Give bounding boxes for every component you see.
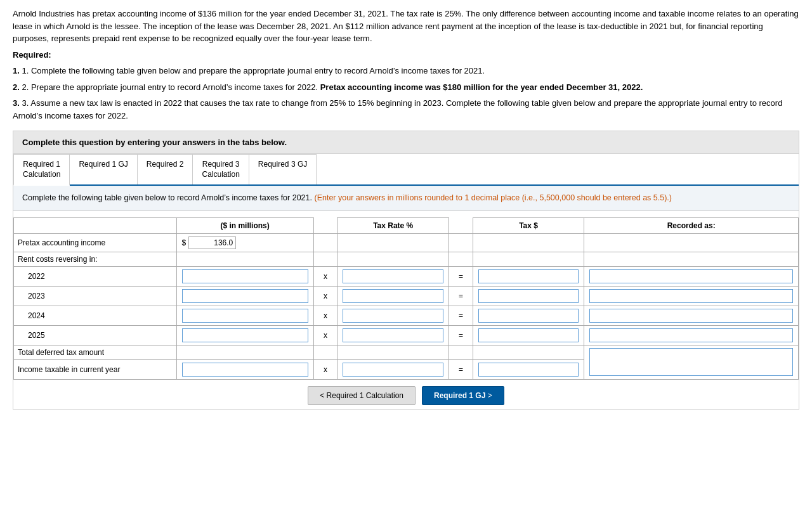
col-header-dollars: ($ in millions) bbox=[176, 217, 313, 233]
operator-x-income: x bbox=[313, 359, 337, 379]
label-2024: 2024 bbox=[14, 306, 177, 325]
label-total-deferred: Total deferred tax amount bbox=[14, 345, 177, 359]
input-2025-taxdollar[interactable] bbox=[478, 328, 579, 342]
input-total-recorded[interactable] bbox=[589, 348, 793, 376]
table-wrapper: ($ in millions) Tax Rate % Tax $ Recorde… bbox=[13, 211, 799, 409]
input-2024-recorded[interactable] bbox=[589, 309, 793, 323]
label-income-taxable: Income taxable in current year bbox=[14, 359, 177, 379]
cell-2023-taxdollar[interactable] bbox=[473, 286, 584, 306]
input-income-amount[interactable] bbox=[182, 363, 308, 377]
cell-2022-recorded[interactable] bbox=[584, 266, 799, 286]
pretax-dollar-display: $ 136.0 bbox=[182, 236, 308, 249]
cell-total-amount bbox=[176, 345, 313, 359]
nav-buttons: < Required 1 Calculation Required 1 GJ > bbox=[13, 380, 799, 409]
pretax-value: 136.0 bbox=[188, 236, 236, 249]
cell-2023-taxrate[interactable] bbox=[337, 286, 449, 306]
prev-button[interactable]: < Required 1 Calculation bbox=[308, 386, 416, 405]
tab-required1-gj[interactable]: Required 1 GJ bbox=[70, 154, 137, 184]
label-2023: 2023 bbox=[14, 286, 177, 306]
tabs-container: Required 1Calculation Required 1 GJ Requ… bbox=[13, 154, 799, 410]
operator-eq-2023: = bbox=[449, 286, 473, 306]
cell-pretax-taxrate bbox=[337, 233, 449, 252]
tab-required3-gj[interactable]: Required 3 GJ bbox=[249, 154, 317, 184]
cell-rent-amount bbox=[176, 252, 313, 266]
input-2025-recorded[interactable] bbox=[589, 328, 793, 342]
operator-eq-2022: = bbox=[449, 266, 473, 286]
next-button[interactable]: Required 1 GJ > bbox=[422, 386, 504, 405]
required-header: Required: bbox=[13, 49, 799, 61]
req3-text: 3. 3. Assume a new tax law is enacted in… bbox=[13, 97, 799, 122]
row-pretax: Pretax accounting income $ 136.0 bbox=[14, 233, 799, 252]
cell-income-taxrate[interactable] bbox=[337, 359, 449, 379]
cell-rent-recorded bbox=[584, 252, 799, 266]
cell-2022-taxrate[interactable] bbox=[337, 266, 449, 286]
cell-2022-taxdollar[interactable] bbox=[473, 266, 584, 286]
cell-2025-recorded[interactable] bbox=[584, 325, 799, 345]
cell-total-taxdollar bbox=[473, 345, 584, 359]
operator-empty-total bbox=[313, 345, 337, 359]
label-2025: 2025 bbox=[14, 325, 177, 345]
input-2023-amount[interactable] bbox=[182, 289, 308, 303]
cell-2023-amount[interactable] bbox=[176, 286, 313, 306]
input-income-taxrate[interactable] bbox=[343, 363, 443, 377]
cell-2024-amount[interactable] bbox=[176, 306, 313, 325]
prev-label: Required 1 Calculation bbox=[327, 391, 403, 400]
row-2025: 2025 x = bbox=[14, 325, 799, 345]
input-2023-recorded[interactable] bbox=[589, 289, 793, 303]
cell-2025-amount[interactable] bbox=[176, 325, 313, 345]
row-rent-label: Rent costs reversing in: bbox=[14, 252, 799, 266]
tab-required3-calculation[interactable]: Required 3Calculation bbox=[193, 154, 249, 184]
content-note: (Enter your answers in millions rounded … bbox=[314, 193, 672, 202]
cell-2024-taxdollar[interactable] bbox=[473, 306, 584, 325]
dollar-sign: $ bbox=[182, 238, 187, 247]
input-2024-taxdollar[interactable] bbox=[478, 309, 579, 323]
instruction-box: Complete this question by entering your … bbox=[13, 131, 799, 154]
input-2022-amount[interactable] bbox=[182, 269, 308, 283]
input-2025-taxrate[interactable] bbox=[343, 328, 443, 342]
input-2023-taxdollar[interactable] bbox=[478, 289, 579, 303]
cell-income-taxdollar[interactable] bbox=[473, 359, 584, 379]
cell-2025-taxrate[interactable] bbox=[337, 325, 449, 345]
operator-empty-rent bbox=[313, 252, 337, 266]
input-2023-taxrate[interactable] bbox=[343, 289, 443, 303]
input-2025-amount[interactable] bbox=[182, 328, 308, 342]
req1-text: 1. 1. Complete the following table given… bbox=[13, 65, 799, 77]
problem-text: Arnold Industries has pretax accounting … bbox=[13, 8, 799, 122]
cell-income-amount[interactable] bbox=[176, 359, 313, 379]
col-header-empty1 bbox=[313, 217, 337, 233]
tab-required2[interactable]: Required 2 bbox=[138, 154, 193, 184]
input-2024-taxrate[interactable] bbox=[343, 309, 443, 323]
col-header-label bbox=[14, 217, 177, 233]
cell-2025-taxdollar[interactable] bbox=[473, 325, 584, 345]
cell-rent-taxdollar bbox=[473, 252, 584, 266]
label-2022: 2022 bbox=[14, 266, 177, 286]
input-2022-taxrate[interactable] bbox=[343, 269, 443, 283]
operator-x-2025: x bbox=[313, 325, 337, 345]
input-2024-amount[interactable] bbox=[182, 309, 308, 323]
label-pretax: Pretax accounting income bbox=[14, 233, 177, 252]
operator-empty-rent2 bbox=[449, 252, 473, 266]
row-2022: 2022 x = bbox=[14, 266, 799, 286]
main-table: ($ in millions) Tax Rate % Tax $ Recorde… bbox=[13, 217, 799, 380]
req2-text: 2. 2. Prepare the appropriate journal en… bbox=[13, 81, 799, 94]
tabs-row: Required 1Calculation Required 1 GJ Requ… bbox=[13, 154, 799, 186]
tab-required1-calculation[interactable]: Required 1Calculation bbox=[13, 154, 70, 186]
cell-2022-amount[interactable] bbox=[176, 266, 313, 286]
input-income-taxdollar[interactable] bbox=[478, 363, 579, 377]
row-2024: 2024 x = bbox=[14, 306, 799, 325]
input-2022-recorded[interactable] bbox=[589, 269, 793, 283]
cell-pretax-amount: $ 136.0 bbox=[176, 233, 313, 252]
row-total-deferred: Total deferred tax amount bbox=[14, 345, 799, 359]
operator-x-2023: x bbox=[313, 286, 337, 306]
input-2022-taxdollar[interactable] bbox=[478, 269, 579, 283]
col-header-empty2 bbox=[449, 217, 473, 233]
cell-rent-taxrate bbox=[337, 252, 449, 266]
cell-2024-taxrate[interactable] bbox=[337, 306, 449, 325]
cell-2024-recorded[interactable] bbox=[584, 306, 799, 325]
cell-2023-recorded[interactable] bbox=[584, 286, 799, 306]
operator-empty-pretax bbox=[313, 233, 337, 252]
cell-total-recorded[interactable] bbox=[584, 345, 799, 379]
content-area: Complete the following table given below… bbox=[13, 186, 799, 211]
operator-x-2022: x bbox=[313, 266, 337, 286]
col-header-recorded: Recorded as: bbox=[584, 217, 799, 233]
